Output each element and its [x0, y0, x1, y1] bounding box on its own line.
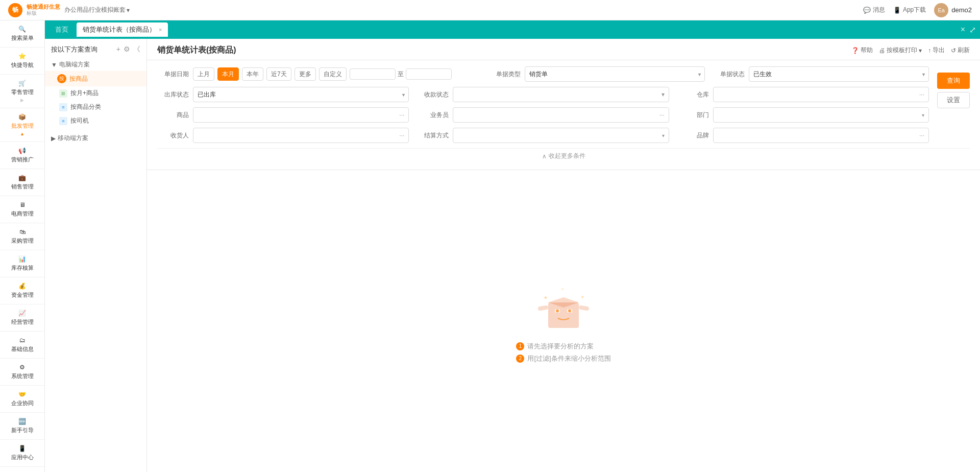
empty-tip-1: 1 请先选择要分析的方案 [516, 342, 610, 351]
doc-type-select-wrapper: 销货单 ▾ [525, 66, 705, 82]
tab-close-icon[interactable]: × [159, 27, 162, 33]
out-status-select[interactable]: 已出库 [193, 87, 409, 102]
left-panel-actions: + ⚙ 《 [116, 45, 140, 54]
action-buttons: 查询 设置 [937, 73, 970, 108]
salesman-select[interactable]: ··· [453, 107, 669, 123]
doc-status-select[interactable]: 已生效 [749, 66, 929, 82]
out-status-label: 出库状态 [157, 90, 193, 99]
sidebar-item-retail[interactable]: 🛒 零售管理 ▶ [0, 75, 44, 108]
industry-dropdown[interactable]: 办公用品行业模拟账套 ▾ [64, 6, 130, 14]
sidebar: 🔍 搜索菜单 ⭐ 快捷导航 🛒 零售管理 ▶ 📦 批发管理 ▲ 📢 营销推广 💼… [0, 20, 45, 472]
sidebar-item-corp-wechat[interactable]: 💬 企业微信 [0, 467, 44, 472]
message-button[interactable]: 💬 消息 [863, 6, 885, 14]
logo-icon: 畅 [8, 3, 22, 17]
left-panel-header: 按以下方案查询 + ⚙ 《 [45, 45, 146, 58]
logo-text: 畅 [12, 6, 18, 14]
salesman-label: 业务员 [417, 111, 453, 120]
sidebar-item-finance[interactable]: 💰 资金管理 [0, 277, 44, 304]
sidebar-item-purchase[interactable]: 🛍 采购管理 [0, 223, 44, 250]
scheme-icon-month-goods: ⊞ [59, 89, 67, 98]
dept-label: 部门 [677, 111, 713, 120]
out-status-wrapper: 已出库 ▾ [193, 87, 409, 102]
payment-label: 结算方式 [417, 131, 453, 140]
sidebar-item-ecommerce[interactable]: 🖥 电商管理 [0, 196, 44, 223]
scheme-item-by-goods[interactable]: 按 按商品 [45, 71, 146, 86]
recipient-label: 收货人 [157, 131, 193, 140]
sidebar-item-operation[interactable]: 📈 经营管理 [0, 304, 44, 332]
export-action[interactable]: ↑ 导出 [928, 46, 945, 55]
settings-button[interactable]: 设置 [937, 92, 970, 108]
sidebar-item-search[interactable]: 🔍 搜索菜单 [0, 20, 44, 48]
scheme-item-by-category[interactable]: ≡ 按商品分类 [45, 100, 146, 114]
dept-select[interactable]: ▾ [713, 107, 929, 123]
topbar-left: 畅 畅捷通好生意 标版 办公用品行业模拟账套 ▾ [8, 3, 130, 17]
receipt-status-select[interactable]: ▾ [453, 87, 669, 102]
date-filter: 上月 本月 本年 近7天 更多 自定义 2023-03-01 至 2023-03… [193, 67, 481, 81]
page-header: 销货单统计表(按商品) ❓ 帮助 🖨 按模板打印 ▾ ↑ [147, 39, 980, 60]
sidebar-item-inventory[interactable]: 📊 库存核算 [0, 250, 44, 277]
sidebar-item-sales[interactable]: 💼 销售管理 [0, 169, 44, 196]
last7-btn[interactable]: 近7天 [266, 67, 291, 81]
collapse-filter-btn[interactable]: ∧ 收起更多条件 [157, 148, 970, 163]
sidebar-item-wholesale[interactable]: 📦 批发管理 ▲ [0, 108, 44, 142]
sidebar-item-guide[interactable]: 🆕 新手引导 [0, 413, 44, 440]
app-download-button[interactable]: 📱 App下载 [893, 6, 926, 14]
filter-area: 单据日期 上月 本月 本年 近7天 更多 自定义 2023-03-01 [147, 60, 980, 170]
filter-row-2: 出库状态 已出库 ▾ 收款状态 [157, 87, 970, 102]
scheme-group-mobile-header[interactable]: ▶ 移动端方案 [45, 132, 146, 145]
payment-select[interactable]: ▾ [453, 128, 669, 143]
this-month-btn[interactable]: 本月 [217, 67, 239, 81]
date-end-input[interactable]: 2023-03-31 [406, 68, 452, 80]
close-window-icon[interactable]: × [961, 25, 965, 34]
date-label: 单据日期 [157, 70, 193, 79]
scheme-icon-by-category: ≡ [59, 103, 67, 111]
page-title: 销货单统计表(按商品) [157, 45, 236, 56]
more-btn[interactable]: 更多 [295, 67, 316, 81]
scheme-group-mobile: ▶ 移动端方案 [45, 132, 146, 149]
sidebar-item-app-center[interactable]: 📱 应用中心 [0, 440, 44, 467]
sidebar-item-marketing[interactable]: 📢 营销推广 [0, 142, 44, 169]
svg-text:✦: ✦ [543, 294, 548, 301]
svg-point-3 [556, 309, 559, 312]
empty-tips: 1 请先选择要分析的方案 2 用[过滤]条件来缩小分析范围 [516, 342, 610, 363]
tab-sales-report[interactable]: 销货单统计表（按商品） × [77, 22, 168, 37]
settings-scheme-icon[interactable]: ⚙ [124, 45, 130, 54]
svg-point-4 [568, 309, 571, 312]
empty-tip-2: 2 用[过滤]条件来缩小分析范围 [516, 354, 610, 363]
topbar-subtitle: 标版 [27, 10, 60, 16]
date-start-input[interactable]: 2023-03-01 [350, 68, 396, 80]
scheme-item-by-cashier[interactable]: ≡ 按司机 [45, 114, 146, 128]
this-year-btn[interactable]: 本年 [242, 67, 263, 81]
refresh-action[interactable]: ↺ 刷新 [951, 46, 970, 55]
help-action[interactable]: ❓ 帮助 [851, 46, 873, 55]
svg-rect-5 [537, 305, 548, 311]
query-button[interactable]: 查询 [937, 73, 970, 89]
user-profile[interactable]: Ea demo2 [934, 3, 972, 17]
sidebar-item-quick-nav[interactable]: ⭐ 快捷导航 [0, 48, 44, 75]
sidebar-item-corp-collab[interactable]: 🤝 企业协同 [0, 386, 44, 413]
scheme-item-month-goods[interactable]: ⊞ 按月+商品 [45, 86, 146, 100]
tab-home[interactable]: 首页 [49, 22, 75, 37]
date-range: 2023-03-01 至 2023-03-31 [350, 68, 452, 80]
sidebar-item-system[interactable]: ⚙ 系统管理 [0, 359, 44, 386]
scheme-group-pc-header[interactable]: ▼ 电脑端方案 [45, 58, 146, 71]
sidebar-item-basic[interactable]: 🗂 基础信息 [0, 332, 44, 359]
last-month-btn[interactable]: 上月 [193, 67, 214, 81]
svg-text:✦: ✦ [580, 294, 584, 300]
doc-type-select[interactable]: 销货单 [525, 66, 705, 82]
add-scheme-icon[interactable]: + [116, 45, 120, 54]
page-actions: ❓ 帮助 🖨 按模板打印 ▾ ↑ 导出 ↺ [851, 46, 970, 55]
empty-illustration: ✦ ✦ ✦ [535, 279, 592, 336]
content-area: 按以下方案查询 + ⚙ 《 ▼ 电脑端方案 按 [45, 39, 980, 472]
avatar: Ea [934, 3, 948, 17]
maximize-icon[interactable]: ⤢ [969, 25, 976, 35]
custom-btn[interactable]: 自定义 [319, 67, 347, 81]
print-template-action[interactable]: 🖨 按模板打印 ▾ [879, 46, 922, 55]
recipient-select[interactable]: ··· [193, 128, 409, 143]
goods-select[interactable]: ··· [193, 107, 409, 123]
goods-label: 商品 [157, 111, 193, 120]
brand-select[interactable]: ··· [713, 128, 929, 143]
receipt-status-label: 收款状态 [417, 90, 453, 99]
collapse-panel-icon[interactable]: 《 [133, 45, 140, 54]
warehouse-select[interactable]: ··· [713, 87, 929, 102]
